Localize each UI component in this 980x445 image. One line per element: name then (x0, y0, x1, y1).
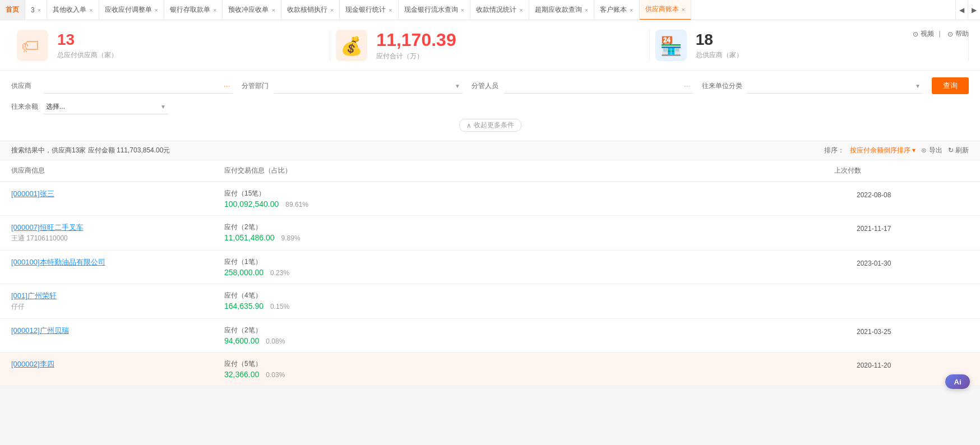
filter-supplier: 供应商 ··· (11, 78, 233, 94)
close-icon[interactable]: × (461, 7, 464, 13)
trans-info-2: 应付（2笔） 11,051,486.00 9.89% (224, 222, 857, 242)
table-row: [000012]广州贝瑞 应付（2笔） 94,600.00 0.08% 2021… (0, 319, 980, 353)
department-select[interactable] (274, 78, 463, 94)
lastpay-cell-3: 2023-01-30 (857, 257, 969, 267)
supplier-link-1[interactable]: [000001]张三 (11, 189, 224, 199)
table-row: [000100]本特勤油品有限公司 应付（1笔） 258,000.00 0.23… (0, 251, 980, 284)
supplier-link-6[interactable]: [000002]李四 (11, 359, 224, 369)
transaction-cell-1: 应付（15笔） 100,092,540.00 89.61% (224, 189, 857, 208)
svg-text:🏷: 🏷 (21, 36, 39, 56)
nav-tab-home[interactable]: 首页 (0, 0, 25, 20)
trans-label-5: 应付（2笔） (224, 326, 857, 335)
export-btn[interactable]: ⊙ 导出 (921, 146, 942, 155)
close-icon[interactable]: × (213, 7, 216, 13)
close-icon[interactable]: × (155, 7, 158, 13)
help-link[interactable]: 帮助 (955, 29, 969, 39)
close-icon[interactable]: × (89, 7, 93, 13)
video-link[interactable]: 视频 (921, 29, 934, 39)
supplier-cell-1: [000001]张三 (11, 189, 224, 199)
nav-arrows: ◀ ▶ (955, 0, 980, 20)
result-bar: 搜索结果中，供应商13家 应付金额 111,703,854.00元 排序： 按应… (0, 141, 980, 160)
nav-tab-receipt-stat[interactable]: 收款情况统计 × (470, 0, 529, 20)
person-dots-icon[interactable]: ··· (684, 81, 691, 90)
filter-area: 供应商 ··· 分管部门 ▼ 分管人员 ··· (0, 71, 980, 141)
supplier-sub-2: 王通 17106110000 (11, 234, 224, 243)
nav-tab-overdue[interactable]: 超期应收款查询 × (529, 0, 594, 20)
nav-tab-bank[interactable]: 银行存取款单 × (164, 0, 223, 20)
department-select-wrapper: ▼ (274, 78, 463, 94)
supplier-input[interactable] (44, 78, 233, 94)
table-header: 供应商信息 应付交易信息（占比） 上次付数 (0, 160, 980, 182)
close-icon[interactable]: × (585, 7, 588, 13)
nav-tab-cash-flow[interactable]: 现金银行流水查询 × (399, 0, 470, 20)
refresh-btn[interactable]: ↻ 刷新 (948, 146, 969, 155)
supplier-link-5[interactable]: [000012]广州贝瑞 (11, 326, 224, 336)
nav-tab-customer-ledger[interactable]: 客户账本 × (594, 0, 639, 20)
supplier-link-3[interactable]: [000100]本特勤油品有限公司 (11, 257, 224, 267)
sort-value[interactable]: 按应付余额倒序排序 ▾ (850, 146, 916, 155)
filter-row-2: 往来余额 选择... ▼ (11, 99, 969, 114)
close-icon[interactable]: × (682, 6, 685, 13)
total-payable-amount-label: 应付合计（万） (376, 52, 456, 61)
filter-category: 往来单位分类 ▼ (702, 78, 923, 94)
nav-tab-other-income[interactable]: 其他收入单 × (47, 0, 99, 20)
supplier-link-2[interactable]: [000007]恒旺二手叉车 (11, 222, 224, 233)
tab-other-income-label: 其他收入单 (53, 5, 86, 15)
trans-amount-5: 94,600.00 (224, 336, 259, 345)
nav-prev-arrow[interactable]: ◀ (955, 0, 968, 20)
trans-percent-3: 0.23% (270, 269, 289, 277)
trans-amount-2: 11,051,486.00 (224, 233, 275, 242)
summary-bar: 🏷 13 总应付供应商（家） 💰 11,170.39 应付合计（万） 🏪 (0, 20, 980, 71)
close-icon[interactable]: × (271, 7, 275, 13)
total-suppliers-label: 总供应商（家） (696, 50, 743, 60)
trans-info-1: 应付（15笔） 100,092,540.00 89.61% (224, 189, 857, 208)
nav-tab-prepay[interactable]: 预收冲应收单 × (223, 0, 281, 20)
trans-percent-1: 89.61% (285, 201, 308, 208)
table-row: [000007]恒旺二手叉车 王通 17106110000 应付（2笔） 11,… (0, 216, 980, 251)
nav-tab-3[interactable]: 3 × (25, 0, 47, 20)
supplier-link-4[interactable]: [001]广州荣轩 (11, 291, 224, 301)
supplier-dots-icon[interactable]: ··· (224, 81, 230, 90)
trans-row-3: 258,000.00 0.23% (224, 268, 857, 277)
close-icon[interactable]: × (389, 7, 392, 13)
nav-next-arrow[interactable]: ▶ (968, 0, 980, 20)
person-input[interactable] (504, 78, 693, 94)
trans-row-4: 164,635.90 0.15% (224, 302, 857, 310)
close-icon[interactable]: × (630, 7, 633, 13)
ai-assistant-badge[interactable]: Ai (945, 374, 970, 386)
nav-tab-collection[interactable]: 收款核销执行 × (281, 0, 340, 20)
chevron-up-icon: ∧ (466, 122, 471, 129)
trans-row-2: 11,051,486.00 9.89% (224, 233, 857, 242)
query-button[interactable]: 查询 (932, 77, 969, 94)
amount-icon: 💰 (336, 30, 367, 61)
filter-department: 分管部门 ▼ (242, 78, 463, 94)
balance-select[interactable]: 选择... (44, 99, 168, 114)
close-icon[interactable]: × (330, 7, 334, 13)
category-select[interactable] (747, 78, 923, 94)
nav-tab-adjustments[interactable]: 应收应付调整单 × (99, 0, 164, 20)
trans-label-2: 应付（2笔） (224, 222, 857, 232)
svg-text:🏪: 🏪 (660, 35, 682, 57)
table-row: [000002]李四 应付（5笔） 32,366.00 0.03% 2020-1… (0, 353, 980, 386)
nav-tab-cash-stat[interactable]: 现金银行统计 × (340, 0, 398, 20)
data-table: 供应商信息 应付交易信息（占比） 上次付数 [000001]张三 应付（15笔）… (0, 160, 980, 386)
close-icon[interactable]: × (38, 7, 41, 13)
top-right-links: ⊙ 视频 ｜ ⊙ 帮助 (910, 29, 969, 39)
header-supplier: 供应商信息 (11, 166, 224, 175)
trans-percent-6: 0.03% (266, 371, 285, 379)
supplier-icon: 🏷 (17, 30, 48, 61)
total-payable-suppliers: 13 (57, 30, 118, 49)
close-icon[interactable]: × (519, 7, 523, 13)
trans-amount-1: 100,092,540.00 (224, 200, 279, 208)
collapse-button[interactable]: ∧ 收起更多条件 (459, 119, 521, 132)
tab-receipt-stat-label: 收款情况统计 (476, 5, 516, 15)
person-filter-label: 分管人员 (471, 81, 500, 91)
summary-card1-content: 13 总应付供应商（家） (57, 30, 118, 60)
supplier-cell-4: [001]广州荣轩 仔仔 (11, 291, 224, 312)
balance-filter-label: 往来余额 (11, 102, 39, 112)
trans-amount-4: 164,635.90 (224, 302, 264, 310)
header-lastpay: 上次付数 (834, 166, 946, 175)
trans-info-6: 应付（5笔） 32,366.00 0.03% (224, 359, 857, 379)
nav-tab-supplier-ledger[interactable]: 供应商账本 × (640, 0, 691, 20)
summary-card-suppliers: 🏷 13 总应付供应商（家） (11, 30, 330, 61)
